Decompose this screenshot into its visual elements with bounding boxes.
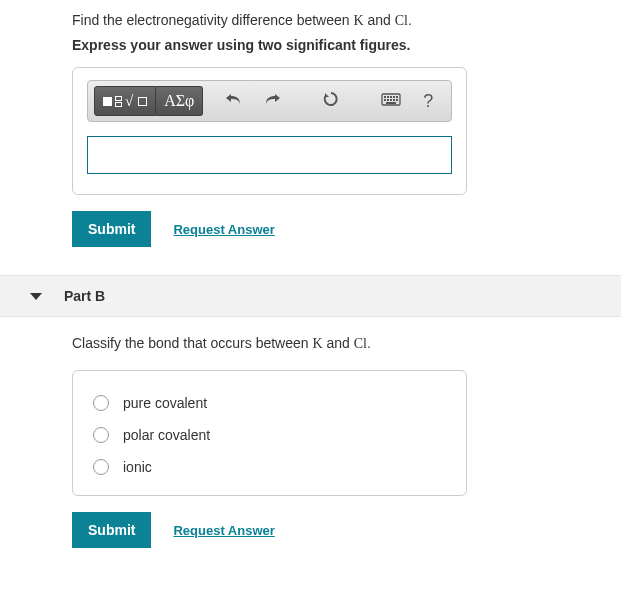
element-k: K — [353, 13, 363, 28]
redo-button[interactable] — [255, 86, 289, 116]
undo-icon — [225, 91, 243, 111]
option-polar-covalent[interactable]: polar covalent — [93, 427, 446, 443]
svg-rect-1 — [384, 96, 386, 98]
option-label: polar covalent — [123, 427, 210, 443]
svg-rect-9 — [393, 99, 395, 101]
text: Classify the bond that occurs between — [72, 335, 312, 351]
text: and — [364, 12, 395, 28]
part-b-question: Classify the bond that occurs between K … — [72, 335, 591, 352]
svg-rect-4 — [393, 96, 395, 98]
svg-rect-7 — [387, 99, 389, 101]
text: . — [408, 12, 412, 28]
part-a-actions: Submit Request Answer — [72, 211, 591, 247]
submit-button[interactable]: Submit — [72, 512, 151, 548]
redo-icon — [263, 91, 281, 111]
part-b-actions: Submit Request Answer — [72, 512, 591, 548]
answer-box: √ ΑΣφ ? — [72, 67, 467, 195]
keyboard-button[interactable] — [374, 86, 408, 116]
keyboard-icon — [381, 91, 401, 111]
radio-icon — [93, 427, 109, 443]
templates-icon: √ — [103, 93, 147, 110]
radio-icon — [93, 459, 109, 475]
part-a-question: Find the electronegativity difference be… — [72, 12, 591, 29]
part-a-instruction: Express your answer using two significan… — [72, 37, 591, 53]
templates-button[interactable]: √ — [94, 86, 156, 116]
undo-button[interactable] — [217, 86, 251, 116]
submit-button[interactable]: Submit — [72, 211, 151, 247]
options-box: pure covalent polar covalent ionic — [72, 370, 467, 496]
part-b-title: Part B — [64, 288, 105, 304]
option-pure-covalent[interactable]: pure covalent — [93, 395, 446, 411]
option-ionic[interactable]: ionic — [93, 459, 446, 475]
greek-label: ΑΣφ — [164, 92, 194, 110]
help-icon: ? — [423, 91, 433, 112]
svg-rect-11 — [386, 102, 396, 104]
svg-rect-8 — [390, 99, 392, 101]
equation-toolbar: √ ΑΣφ ? — [87, 80, 452, 122]
svg-rect-5 — [396, 96, 398, 98]
request-answer-link[interactable]: Request Answer — [173, 523, 274, 538]
reset-icon — [322, 90, 340, 113]
svg-rect-10 — [396, 99, 398, 101]
text: and — [323, 335, 354, 351]
svg-rect-3 — [390, 96, 392, 98]
option-label: ionic — [123, 459, 152, 475]
toolbar-group-format: √ ΑΣφ — [94, 86, 203, 116]
element-cl: Cl — [354, 336, 367, 351]
reset-button[interactable] — [314, 86, 348, 116]
option-label: pure covalent — [123, 395, 207, 411]
radio-icon — [93, 395, 109, 411]
chevron-down-icon — [30, 293, 42, 300]
greek-button[interactable]: ΑΣφ — [156, 86, 203, 116]
help-button[interactable]: ? — [411, 86, 445, 116]
request-answer-link[interactable]: Request Answer — [173, 222, 274, 237]
element-k: K — [312, 336, 322, 351]
answer-input[interactable] — [87, 136, 452, 174]
text: . — [367, 335, 371, 351]
part-b-header[interactable]: Part B — [0, 275, 621, 317]
svg-rect-2 — [387, 96, 389, 98]
element-cl: Cl — [395, 13, 408, 28]
svg-rect-6 — [384, 99, 386, 101]
text: Find the electronegativity difference be… — [72, 12, 353, 28]
